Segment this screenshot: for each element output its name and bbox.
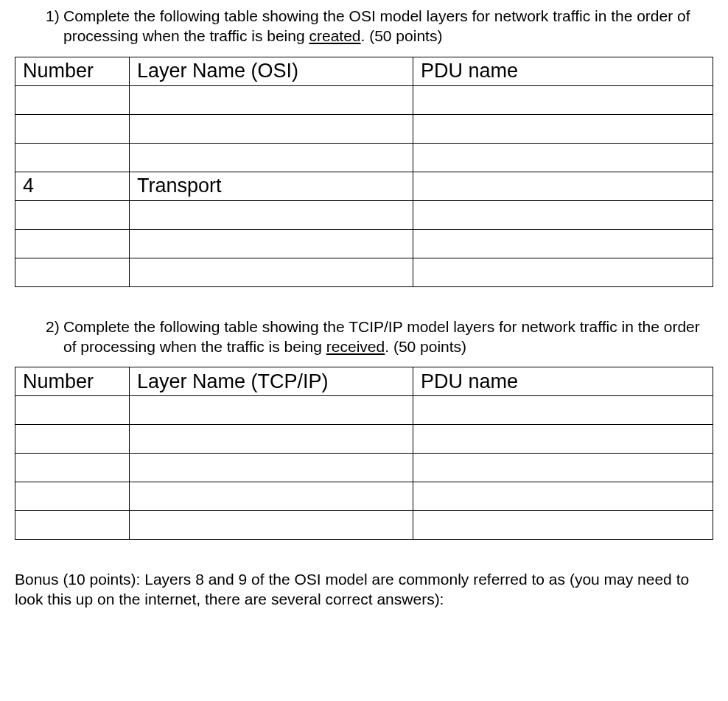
cell[interactable] <box>15 396 130 425</box>
cell[interactable] <box>413 482 713 511</box>
table-row <box>15 114 713 143</box>
question-2-number: 2) <box>46 317 60 337</box>
question-2-underlined: received <box>326 338 385 355</box>
table-row <box>15 482 713 511</box>
page: 1) Complete the following table showing … <box>0 0 728 624</box>
cell[interactable] <box>413 200 713 229</box>
cell[interactable] <box>413 425 713 454</box>
osi-table: Number Layer Name (OSI) PDU name 4 Trans… <box>15 57 713 287</box>
cell[interactable] <box>15 454 130 482</box>
tcpip-table: Number Layer Name (TCP/IP) PDU name <box>15 367 713 540</box>
cell[interactable] <box>130 511 413 540</box>
cell[interactable] <box>15 511 130 540</box>
cell[interactable] <box>413 511 713 540</box>
table-row: 4 Transport <box>15 172 713 200</box>
table-row <box>15 143 713 172</box>
bonus-question: Bonus (10 points): Layers 8 and 9 of the… <box>15 569 713 610</box>
cell[interactable] <box>413 143 713 172</box>
table-row <box>15 85 713 114</box>
tcpip-table-header-row: Number Layer Name (TCP/IP) PDU name <box>15 367 713 396</box>
question-1-text-after: . (50 points) <box>361 27 443 44</box>
cell[interactable] <box>130 85 413 114</box>
cell[interactable] <box>15 229 130 258</box>
tcpip-header-number: Number <box>15 367 130 396</box>
cell[interactable] <box>15 482 130 511</box>
question-1-number: 1) <box>46 6 60 26</box>
cell[interactable] <box>413 85 713 114</box>
table-row <box>15 396 713 425</box>
osi-header-pdu: PDU name <box>413 57 713 85</box>
cell[interactable] <box>130 200 413 229</box>
table-row <box>15 229 713 258</box>
cell[interactable] <box>15 85 130 114</box>
question-2-text-after: . (50 points) <box>385 338 466 355</box>
osi-header-number: Number <box>15 57 130 85</box>
cell[interactable] <box>413 258 713 286</box>
cell[interactable] <box>130 229 413 258</box>
cell[interactable] <box>130 258 413 286</box>
cell[interactable] <box>130 143 413 172</box>
cell[interactable] <box>413 114 713 143</box>
question-1-underlined: created <box>309 27 360 44</box>
question-1: 1) Complete the following table showing … <box>63 6 713 46</box>
question-2: 2) Complete the following table showing … <box>63 317 713 357</box>
cell[interactable] <box>15 258 130 286</box>
tcpip-header-pdu: PDU name <box>413 367 713 396</box>
table-row <box>15 511 713 540</box>
cell[interactable] <box>130 425 413 454</box>
cell[interactable] <box>15 114 130 143</box>
cell[interactable] <box>15 200 130 229</box>
cell[interactable] <box>413 454 713 482</box>
osi-header-layer: Layer Name (OSI) <box>130 57 413 85</box>
cell[interactable] <box>130 114 413 143</box>
table-row <box>15 258 713 286</box>
cell[interactable] <box>130 454 413 482</box>
cell[interactable] <box>413 229 713 258</box>
cell[interactable]: 4 <box>15 172 130 200</box>
cell[interactable] <box>130 482 413 511</box>
cell[interactable] <box>15 143 130 172</box>
cell[interactable] <box>130 396 413 425</box>
cell[interactable]: Transport <box>130 172 413 200</box>
cell[interactable] <box>15 425 130 454</box>
cell[interactable] <box>413 172 713 200</box>
table-row <box>15 200 713 229</box>
table-row <box>15 425 713 454</box>
table-row <box>15 454 713 482</box>
osi-table-header-row: Number Layer Name (OSI) PDU name <box>15 57 713 85</box>
tcpip-header-layer: Layer Name (TCP/IP) <box>130 367 413 396</box>
cell[interactable] <box>413 396 713 425</box>
